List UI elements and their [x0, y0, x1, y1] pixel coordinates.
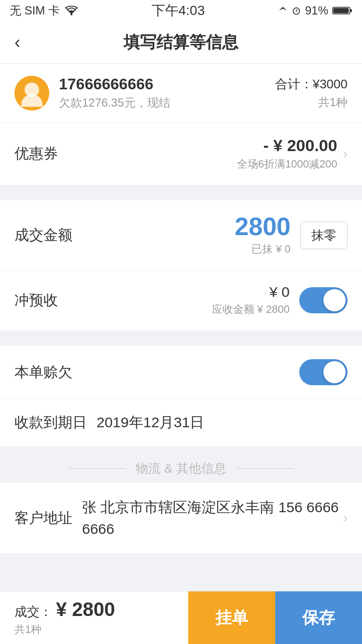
coupon-right: - ¥ 200.00 全场6折满1000减200 › — [237, 136, 348, 171]
duedate-label: 收款到期日 — [14, 413, 87, 433]
customer-info: 17666666666 欠款1276.35元，现结 — [59, 75, 170, 111]
page-title: 填写结算等信息 — [124, 31, 238, 54]
separator-1 — [0, 193, 362, 200]
total-count: 共1种 — [275, 95, 348, 110]
status-time: 下午4:03 — [152, 1, 205, 20]
content: 17666666666 欠款1276.35元，现结 合计：¥3000 共1种 优… — [0, 64, 362, 644]
sim-status: 无 SIM 卡 — [10, 3, 60, 18]
prepay-amount-block: ¥ 0 应收金额 ¥ 2800 — [212, 284, 290, 317]
alarm-icon — [292, 6, 301, 15]
nav-bar: ‹ 填写结算等信息 — [0, 21, 362, 64]
duedate-value: 2019年12月31日 — [97, 413, 204, 433]
bottom-bar: 成交： ¥ 2800 共1种 挂单 保存 — [0, 591, 362, 644]
amount-sub: 已抹 ¥ 0 — [235, 242, 291, 256]
amount-card: 成交金额 2800 已抹 ¥ 0 抹零 冲预收 ¥ 0 应收金额 ¥ 2800 — [0, 200, 362, 330]
coupon-label: 优惠券 — [14, 144, 58, 164]
customer-left: 17666666666 欠款1276.35元，现结 — [14, 75, 170, 111]
bottom-summary-top: 成交： ¥ 2800 — [14, 599, 174, 620]
round-button[interactable]: 抹零 — [300, 222, 348, 249]
address-chevron-icon: › — [343, 510, 348, 526]
customer-right: 合计：¥3000 共1种 — [275, 76, 348, 110]
amount-right: 2800 已抹 ¥ 0 抹零 — [235, 214, 348, 256]
bottom-summary: 成交： ¥ 2800 共1种 — [0, 591, 188, 644]
separator-2 — [0, 338, 362, 346]
coupon-row[interactable]: 优惠券 - ¥ 200.00 全场6折满1000减200 › — [0, 122, 362, 185]
duedate-section: 收款到期日 2019年12月31日 — [0, 399, 362, 446]
prepay-right: ¥ 0 应收金额 ¥ 2800 — [212, 284, 348, 317]
amount-label: 成交金额 — [14, 225, 72, 245]
coupon-desc: 全场6折满1000减200 — [237, 157, 337, 171]
amount-section: 成交金额 2800 已抹 ¥ 0 抹零 — [0, 200, 362, 270]
coupon-discount: - ¥ 200.00 — [237, 136, 337, 155]
customer-phone: 17666666666 — [59, 75, 170, 93]
amount-value: 2800 — [235, 214, 291, 239]
logistics-text: 物流 & 其他信息 — [68, 460, 294, 477]
debt-label: 本单赊欠 — [14, 363, 72, 382]
logistics-divider: 物流 & 其他信息 — [0, 454, 362, 483]
prepay-label: 冲预收 — [14, 291, 58, 310]
status-bar: 无 SIM 卡 下午4:03 91% — [0, 0, 362, 21]
save-button[interactable]: 保存 — [275, 591, 362, 644]
customer-card: 17666666666 欠款1276.35元，现结 合计：¥3000 共1种 优… — [0, 64, 362, 185]
prepay-toggle[interactable] — [299, 287, 348, 313]
status-right: 91% — [278, 4, 352, 17]
battery-percent: 91% — [305, 4, 328, 17]
debt-card: 本单赊欠 收款到期日 2019年12月31日 — [0, 346, 362, 446]
customer-debt: 欠款1276.35元，现结 — [59, 95, 170, 111]
location-icon — [278, 6, 288, 15]
back-button[interactable]: ‹ — [14, 32, 20, 53]
summary-label: 成交： — [14, 603, 52, 620]
prepay-section: 冲预收 ¥ 0 应收金额 ¥ 2800 — [0, 270, 362, 330]
total-label: 合计：¥3000 — [275, 76, 348, 93]
wifi-icon — [65, 6, 78, 15]
debt-toggle[interactable] — [299, 359, 348, 385]
svg-rect-6 — [334, 8, 349, 14]
address-value: 张 北京市市辖区海淀区永丰南 156 6666 6666 — [82, 496, 343, 540]
summary-count: 共1种 — [14, 622, 174, 637]
svg-point-0 — [70, 14, 72, 15]
amount-block: 2800 已抹 ¥ 0 — [235, 214, 291, 256]
coupon-info: - ¥ 200.00 全场6折满1000减200 — [237, 136, 337, 171]
amount-row: 成交金额 2800 已抹 ¥ 0 抹零 — [14, 214, 348, 256]
prepay-sub: 应收金额 ¥ 2800 — [212, 302, 290, 317]
avatar-image — [14, 76, 49, 111]
summary-amount: ¥ 2800 — [56, 599, 115, 620]
status-left: 无 SIM 卡 — [10, 3, 78, 18]
battery-icon — [332, 6, 352, 15]
prepay-row: 冲预收 ¥ 0 应收金额 ¥ 2800 — [14, 284, 348, 317]
avatar — [14, 76, 49, 111]
address-label: 客户地址 — [14, 508, 72, 528]
prepay-value: ¥ 0 — [212, 284, 290, 300]
debt-section: 本单赊欠 — [0, 346, 362, 399]
chevron-right-icon: › — [343, 146, 348, 162]
customer-row: 17666666666 欠款1276.35元，现结 合计：¥3000 共1种 — [0, 64, 362, 122]
address-section[interactable]: 客户地址 张 北京市市辖区海淀区永丰南 156 6666 6666 › — [0, 483, 362, 553]
hold-button[interactable]: 挂单 — [188, 591, 275, 644]
svg-rect-5 — [350, 9, 352, 12]
address-card: 客户地址 张 北京市市辖区海淀区永丰南 156 6666 6666 › — [0, 483, 362, 553]
